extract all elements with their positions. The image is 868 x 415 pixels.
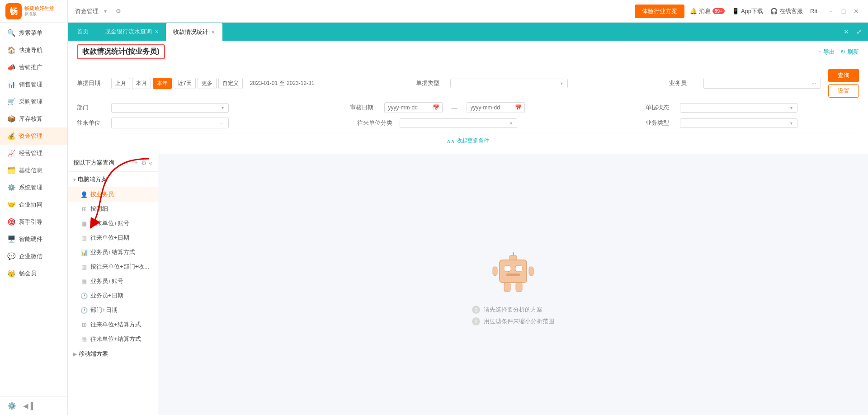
sidebar-item-member[interactable]: 👑 畅会员 <box>0 265 67 282</box>
user-name[interactable]: Rit <box>810 8 817 14</box>
scheme-item-salesperson-account[interactable]: ▦ 业务员+账号 <box>68 274 158 288</box>
tabbar-window-btns: ✕ ⤢ <box>841 26 868 37</box>
date-to-value[interactable]: 2023-12-31 <box>287 80 314 86</box>
audit-date-to-group: 📅 <box>467 102 525 113</box>
date-btn-custom[interactable]: 自定义 <box>218 78 243 89</box>
scheme-item-detail[interactable]: ⊞ 按明细 <box>68 202 158 216</box>
megaphone-icon: 📣 <box>7 63 15 71</box>
tab-receipt-stats[interactable]: 收款情况统计 ✕ <box>166 23 222 41</box>
sidebar-item-search[interactable]: 🔍 搜索菜单 <box>0 24 67 42</box>
sidebar-item-system[interactable]: ⚙️ 系统管理 <box>0 179 67 196</box>
scheme-collapse-icon[interactable]: « <box>149 159 152 166</box>
tabbar-close-button[interactable]: ✕ <box>841 26 852 37</box>
scheme-item-salesperson-payment[interactable]: 📊 业务员+结算方式 <box>68 245 158 259</box>
sidebar-item-inventory-label: 库存核算 <box>19 115 42 123</box>
date-btn-more[interactable]: 更多 <box>198 78 217 89</box>
query-button[interactable]: 查询 <box>828 69 859 82</box>
svg-rect-8 <box>504 283 510 292</box>
date-btn-thismonth[interactable]: 本月 <box>132 78 151 89</box>
messages-action[interactable]: 🔔 消息 99+ <box>690 7 725 15</box>
money-icon: 💰 <box>7 132 15 140</box>
export-button[interactable]: ↑ 导出 <box>819 48 835 56</box>
audit-date-from-icon[interactable]: 📅 <box>430 103 442 113</box>
logo-icon: 畅 <box>5 3 22 19</box>
sidebar-item-quicknav[interactable]: 🏠 快捷导航 <box>0 42 67 59</box>
scheme-item-partner-account[interactable]: ▦ 往来单位+账号 <box>68 216 158 231</box>
sidebar-item-operations[interactable]: 📈 经营管理 <box>0 145 67 162</box>
sidebar-item-inventory[interactable]: 📦 库存核算 <box>0 110 67 127</box>
main-area: 资金管理 ▾ ⚙ 体验行业方案 🔔 消息 99+ 📱 App下载 🎧 在线客服 <box>68 0 868 415</box>
refresh-button[interactable]: ↻ 刷新 <box>840 48 859 56</box>
date-btn-thisyear[interactable]: 本年 <box>153 78 172 89</box>
partner-select[interactable]: ··· <box>111 118 229 128</box>
sidebar-item-finance[interactable]: 💰 资金管理 <box>0 127 67 145</box>
appdownload-label: App下载 <box>741 7 763 15</box>
topbar-actions: 🔔 消息 99+ 📱 App下载 🎧 在线客服 Rit <box>690 7 817 15</box>
logo-text: 畅捷通好生意 标准版 <box>24 5 54 17</box>
tab-bank-flow-close[interactable]: ✕ <box>155 29 159 35</box>
tab-home[interactable]: 首页 <box>68 23 98 41</box>
filter-area: 单据日期 上月 本月 本年 近7天 更多 自定义 2023-01-01 <box>68 63 868 154</box>
sidebar-item-collab[interactable]: 🤝 企业协同 <box>0 196 67 213</box>
onlineservice-action[interactable]: 🎧 在线客服 <box>770 7 803 15</box>
collapse-row[interactable]: ∧∧ 收起更多条件 <box>77 133 859 148</box>
audit-date-to-input[interactable] <box>467 103 512 113</box>
desktop-scheme-group: ▾ 电脑端方案 👤 按业务员 ⊞ 按明细 <box>68 172 158 346</box>
topbar-dropdown-icon[interactable]: ▾ <box>104 8 107 14</box>
cart-icon: 🛒 <box>7 98 15 106</box>
mobile-group-header[interactable]: ▶ 移动端方案 <box>68 346 158 362</box>
voucher-status-select[interactable]: ▾ <box>680 103 797 113</box>
tab-bank-flow[interactable]: 现金银行流水查询 ✕ <box>98 23 166 41</box>
filter-row-1: 单据日期 上月 本月 本年 近7天 更多 自定义 2023-01-01 <box>77 69 859 98</box>
scheme-item-partner-dept[interactable]: ▦ 按往来单位+部门+收... <box>68 259 158 274</box>
biz-type-label: 业务类型 <box>646 119 673 127</box>
scheme-add-icon[interactable]: ＋ <box>133 159 139 167</box>
close-button[interactable]: ✕ <box>852 7 861 16</box>
partner-category-select[interactable]: ▾ <box>400 118 517 128</box>
svg-rect-9 <box>516 283 522 292</box>
date-buttons: 上月 本月 本年 近7天 更多 自定义 <box>111 78 243 89</box>
sidebar-item-hardware[interactable]: 🖥️ 智能硬件 <box>0 231 67 248</box>
sidebar-item-basics[interactable]: 🗂️ 基础信息 <box>0 162 67 179</box>
scheme-item-salesperson-date[interactable]: 🕐 业务员+日期 <box>68 288 158 303</box>
sidebar-item-marketing[interactable]: 📣 营销推广 <box>0 59 67 76</box>
minimize-button[interactable]: － <box>826 7 835 16</box>
voucher-type-select[interactable]: ▾ <box>450 79 568 88</box>
home-icon: 🏠 <box>7 46 15 54</box>
desktop-group-header[interactable]: ▾ 电脑端方案 <box>68 172 158 187</box>
scheme-item-partner-payment1[interactable]: ⊞ 往来单位+结算方式 <box>68 317 158 332</box>
target-icon: 🎯 <box>7 218 15 226</box>
date-from-value[interactable]: 2023-01-01 <box>250 80 278 86</box>
dept-select[interactable]: ▾ <box>111 103 229 113</box>
scheme-item-partner-date[interactable]: ▦ 往来单位+日期 <box>68 231 158 245</box>
audit-date-from-input[interactable] <box>385 103 430 113</box>
biz-type-select[interactable]: ▾ <box>680 118 797 128</box>
scheme-item-partner-payment2[interactable]: ▦ 往来单位+结算方式 <box>68 332 158 346</box>
settings-button[interactable]: 设置 <box>828 84 859 98</box>
appdownload-action[interactable]: 📱 App下载 <box>732 7 763 15</box>
sidebar-item-marketing-label: 营销推广 <box>19 63 42 71</box>
topbar: 资金管理 ▾ ⚙ 体验行业方案 🔔 消息 99+ 📱 App下载 🎧 在线客服 <box>68 0 868 23</box>
topbar-gear-icon[interactable]: ⚙ <box>116 8 121 14</box>
scheme-item-dept-date[interactable]: 🕐 部门+日期 <box>68 303 158 317</box>
dept-label: 部门 <box>77 104 104 112</box>
date-btn-lastmonth[interactable]: 上月 <box>111 78 130 89</box>
sidebar-item-guide[interactable]: 🎯 新手引导 <box>0 213 67 231</box>
sidebar-item-purchase[interactable]: 🛒 采购管理 <box>0 93 67 110</box>
hint-text-1: 请先选择要分析的方案 <box>484 306 542 314</box>
crown-icon: 👑 <box>7 269 15 278</box>
maximize-button[interactable]: □ <box>839 7 848 16</box>
query-buttons: 查询 设置 <box>828 69 859 98</box>
tab-receipt-stats-close[interactable]: ✕ <box>211 29 215 35</box>
date-btn-7days[interactable]: 近7天 <box>174 78 196 89</box>
tabbar-expand-button[interactable]: ⤢ <box>854 26 864 37</box>
settings-footer-icon[interactable]: ⚙️ <box>7 401 16 410</box>
trial-button[interactable]: 体验行业方案 <box>635 5 684 18</box>
sidebar-item-sales[interactable]: 📊 销售管理 <box>0 76 67 93</box>
scheme-item-salesperson[interactable]: 👤 按业务员 <box>68 187 158 202</box>
sidebar-item-wechat[interactable]: 💬 企业微信 <box>0 248 67 265</box>
salesperson-select[interactable]: ··· <box>703 78 821 89</box>
audit-date-to-icon[interactable]: 📅 <box>512 103 524 113</box>
collapse-footer-icon[interactable]: ◀▐ <box>24 401 33 410</box>
scheme-gear-icon[interactable]: ⚙ <box>141 159 147 166</box>
